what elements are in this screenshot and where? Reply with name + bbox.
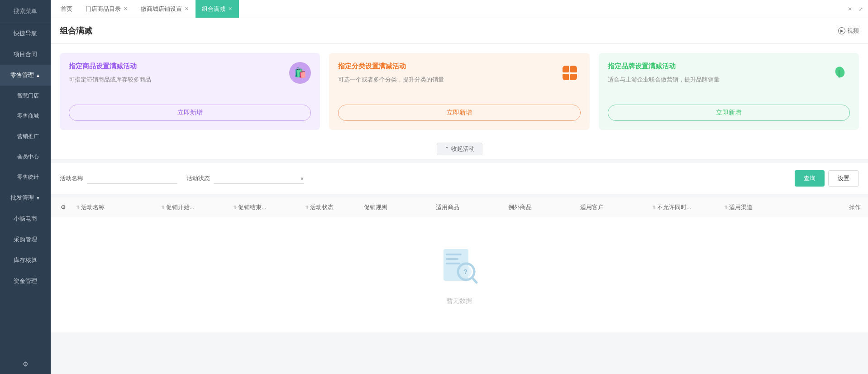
video-label: 视频 [847, 27, 859, 35]
promo-card-brand: 指定品牌设置满减活动 适合与上游企业联合做营销，提升品牌销量 立即新增 [599, 53, 859, 130]
collapse-btn-label: 收起活动 [451, 145, 475, 153]
sort-icon[interactable]: ⇅ [161, 205, 165, 210]
activity-name-input[interactable] [87, 173, 177, 184]
table-gear-col[interactable]: ⚙ [54, 204, 72, 211]
sidebar-item-marketing[interactable]: 营销推广 [0, 126, 51, 147]
close-button[interactable]: ✕ [846, 5, 854, 13]
svg-rect-4 [446, 258, 458, 260]
table-col-no-concurrent: ⇅ 不允许同时... [649, 203, 720, 211]
video-icon: ▶ [838, 27, 845, 34]
sort-icon[interactable]: ⇅ [305, 205, 309, 210]
table-col-activity-name: ⇅ 活动名称 [72, 203, 157, 211]
no-data-illustration: ? [437, 245, 482, 290]
sidebar-item-label: 资金管理 [14, 277, 37, 285]
table-section: ⚙ ⇅ 活动名称 ⇅ 促销开始... ⇅ 促销结束... ⇅ 活动状态 [51, 197, 868, 332]
sidebar-item-label: 营销推广 [17, 133, 39, 140]
tab-combo-discount[interactable]: 组合满减 ✕ [196, 0, 239, 18]
filter-activity-status: 活动状态 ∨ [186, 173, 304, 184]
tab-store-catalog[interactable]: 门店商品目录 ✕ [79, 0, 134, 18]
promo-card-brand-desc: 适合与上游企业联合做营销，提升品牌销量 [608, 75, 850, 97]
grid-cell-tr [570, 66, 577, 72]
table-col-promo-end: ⇅ 促销结束... [229, 203, 301, 211]
table-col-applicable-goods: 适用商品 [432, 203, 504, 211]
collapse-bar: ⌃ 收起活动 [51, 139, 868, 159]
sidebar-item-quick-nav[interactable]: 快捷导航 [0, 23, 51, 44]
sort-icon[interactable]: ⇅ [76, 205, 80, 210]
svg-line-8 [472, 278, 477, 283]
page-header: 组合满减 ▶ 视频 [51, 18, 868, 44]
sidebar-item-retail-mgmt[interactable]: 零售管理 ▲ [0, 65, 51, 86]
sidebar-item-retail-mall[interactable]: 零售商城 [0, 106, 51, 126]
grid-icon [563, 66, 577, 80]
tab-combo-discount-label: 组合满减 [202, 5, 225, 13]
table-col-promo-start: ⇅ 促销开始... [157, 203, 229, 211]
empty-state: ? 暂无数据 [51, 217, 868, 332]
chevron-up-icon: ▲ [36, 73, 40, 78]
promo-card-product-btn[interactable]: 立即新增 [69, 105, 311, 121]
table-col-activity-status: ⇅ 活动状态 [301, 203, 360, 211]
tab-store-catalog-close[interactable]: ✕ [124, 6, 128, 12]
sidebar-settings[interactable]: ⚙ [0, 354, 51, 374]
sidebar-item-smart-store[interactable]: 智慧门店 [0, 86, 51, 106]
promo-card-product: 指定商品设置满减活动 🛍️ 可指定滞销商品或库存较多商品 立即新增 [60, 53, 320, 130]
sidebar-item-fund-mgmt[interactable]: 资金管理 [0, 271, 51, 292]
sidebar-item-label: 零售统计 [17, 173, 39, 181]
window-controls: ✕ ⤢ [846, 5, 864, 13]
table-col-applicable-customer: 适用客户 [577, 203, 649, 211]
chevron-down-icon: ▼ [36, 196, 40, 201]
svg-text:?: ? [463, 268, 467, 275]
table-col-exception-goods: 例外商品 [505, 203, 577, 211]
promo-card-category: 指定分类设置满减活动 可选一个或者多个分类，提升分类的销量 立即新增 [329, 53, 589, 130]
filter-section: 活动名称 活动状态 ∨ 查询 设置 [51, 163, 868, 194]
sidebar-item-label: 快捷导航 [14, 29, 37, 38]
sidebar-item-label: 项目合同 [14, 50, 37, 58]
sidebar-item-purchase-mgmt[interactable]: 采购管理 [0, 229, 51, 250]
settings-button[interactable]: 设置 [828, 170, 859, 187]
table-header: ⚙ ⇅ 活动名称 ⇅ 促销开始... ⇅ 促销结束... ⇅ 活动状态 [51, 197, 868, 217]
activity-status-select-wrapper[interactable]: ∨ [214, 173, 304, 184]
tab-home-label: 首页 [61, 5, 72, 13]
maximize-button[interactable]: ⤢ [857, 5, 864, 13]
grid-cell-br [570, 74, 577, 81]
grid-cell-bl [563, 74, 569, 81]
tab-wechat-shop-settings[interactable]: 微商城店铺设置 ✕ [134, 0, 196, 18]
promo-card-brand-btn[interactable]: 立即新增 [608, 105, 850, 121]
promo-card-product-icon: 🛍️ [289, 62, 311, 84]
sidebar-item-label: 零售商城 [17, 112, 39, 120]
query-button[interactable]: 查询 [795, 170, 825, 187]
tab-bar: 首页 门店商品目录 ✕ 微商城店铺设置 ✕ 组合满减 ✕ ✕ ⤢ [51, 0, 868, 18]
table-col-operation: 操作 [792, 203, 864, 211]
table-col-promo-rule: 促销规则 [360, 203, 432, 211]
promo-card-category-btn[interactable]: 立即新增 [338, 105, 580, 121]
sidebar-item-label: 库存核算 [14, 256, 37, 264]
sort-icon[interactable]: ⇅ [652, 205, 656, 210]
promo-card-category-icon [559, 62, 581, 84]
collapse-btn[interactable]: ⌃ 收起活动 [437, 143, 482, 155]
sidebar-item-member-center[interactable]: 会员中心 [0, 147, 51, 167]
activity-status-select[interactable] [214, 175, 300, 182]
sidebar-item-wholesale-mgmt[interactable]: 批发管理 ▼ [0, 187, 51, 208]
svg-rect-5 [446, 263, 460, 264]
filter-activity-name-label: 活动名称 [60, 174, 83, 182]
sidebar-item-xiaochang-ecommerce[interactable]: 小畅电商 [0, 208, 51, 229]
tab-home[interactable]: 首页 [54, 0, 79, 18]
grid-cell-tl [563, 66, 569, 72]
filter-actions: 查询 设置 [795, 170, 859, 187]
leaf-icon [832, 66, 846, 80]
sidebar-search[interactable]: 搜索菜单 [0, 0, 51, 23]
svg-rect-3 [446, 254, 462, 255]
sort-icon[interactable]: ⇅ [724, 205, 728, 210]
tab-combo-discount-close[interactable]: ✕ [228, 6, 232, 12]
sidebar-item-retail-stats[interactable]: 零售统计 [0, 167, 51, 187]
sidebar-item-inventory-calc[interactable]: 库存核算 [0, 250, 51, 271]
sidebar-item-project-contract[interactable]: 项目合同 [0, 44, 51, 65]
sidebar-item-label: 零售管理 [10, 71, 34, 79]
bag-icon: 🛍️ [294, 67, 306, 79]
video-link[interactable]: ▶ 视频 [838, 27, 859, 35]
content-area: 组合满减 ▶ 视频 指定商品设置满减活动 🛍️ 可指定滞销商品或库存较多商品 立… [51, 18, 868, 374]
sidebar-item-label: 小畅电商 [14, 215, 37, 223]
tab-wechat-shop-settings-close[interactable]: ✕ [185, 6, 189, 12]
sidebar-item-label: 会员中心 [17, 153, 39, 161]
sort-icon[interactable]: ⇅ [233, 205, 237, 210]
gear-icon: ⚙ [23, 360, 29, 368]
